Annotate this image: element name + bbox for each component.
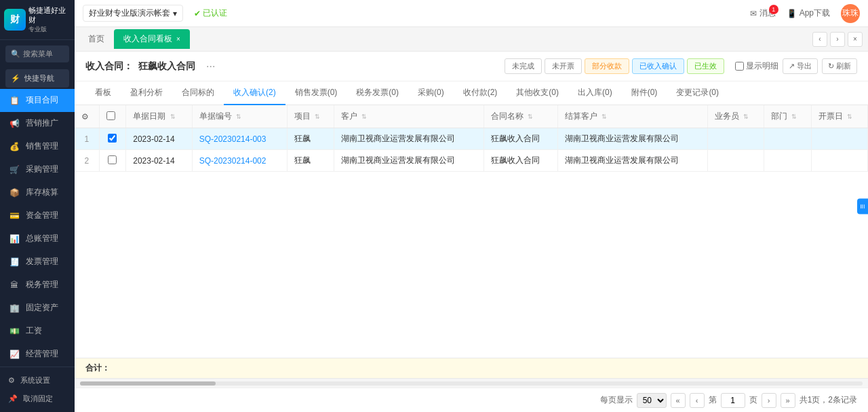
table-header: ⚙ 单据日期 ⇅ 单据编号 ⇅ (75, 105, 868, 128)
sidebar-item-payroll[interactable]: 💵 工资 (0, 320, 75, 343)
sort-icon-order-no: ⇅ (236, 113, 241, 120)
sidebar-item-management[interactable]: 📈 经营管理 (0, 343, 75, 366)
status-effective-button[interactable]: 已生效 (687, 58, 724, 74)
project-contract-icon: 📋 (8, 94, 20, 107)
right-panel-icon[interactable]: ≡ (858, 204, 867, 208)
home-tab[interactable]: 首页 (80, 29, 113, 49)
active-tab[interactable]: 收入合同看板 × (114, 29, 190, 49)
table-body: 1 2023-02-14 SQ-20230214-003 狂飙 湖南卫视商业运营… (75, 128, 868, 172)
row-2-department (764, 150, 811, 172)
status-uninvoiced-button[interactable]: 未开票 (545, 58, 582, 74)
sidebar-unpin-button[interactable]: 📌 取消固定 (0, 390, 75, 408)
sidebar-item-project-contract[interactable]: 📋 项目合同 (0, 89, 75, 112)
sales-icon: 💰 (8, 141, 20, 153)
sidebar: 财 畅捷通好业财 专业版 🔍 搜索菜单 ⚡ 快捷导航 📋 项目合同 📢 营销推广… (0, 0, 75, 412)
content-prefix: 收入合同： (85, 60, 133, 73)
export-button[interactable]: ↗ 导出 (783, 58, 818, 74)
sidebar-item-funds[interactable]: 💳 资金管理 (0, 204, 75, 227)
tab-inout-warehouse[interactable]: 出入库(0) (568, 81, 622, 105)
per-page-label: 每页显示 (600, 394, 633, 406)
sidebar-item-sales[interactable]: 💰 销售管理 (0, 135, 75, 158)
more-actions-button[interactable]: ··· (206, 60, 215, 73)
status-confirmed-button[interactable]: 已收入确认 (632, 58, 684, 74)
tab-other-receipts[interactable]: 其他收支(0) (507, 81, 568, 105)
tab-change-records[interactable]: 变更记录(0) (667, 81, 728, 105)
row-1-checkbox[interactable] (108, 134, 117, 143)
messages-button[interactable]: ✉ 1 消息 (750, 7, 776, 19)
scrollbar-track (80, 381, 863, 386)
col-date-header: 单据日期 ⇅ (126, 105, 192, 128)
status-unfinished-button[interactable]: 未完成 (505, 58, 542, 74)
tab-kanban[interactable]: 看板 (85, 81, 121, 105)
tab-revenue-confirm[interactable]: 收入确认(2) (224, 81, 285, 105)
tab-close-button[interactable]: × (176, 35, 180, 43)
marketing-icon: 📢 (8, 117, 20, 130)
scrollbar-thumb[interactable] (80, 381, 216, 386)
row-2-order-link[interactable]: SQ-20230214-002 (199, 156, 267, 166)
check-icon: ✔ (194, 9, 201, 18)
tab-next-button[interactable]: › (830, 32, 845, 47)
sidebar-item-fixed-assets[interactable]: 🏢 固定资产 (0, 297, 75, 320)
tab-attachments[interactable]: 附件(0) (622, 81, 667, 105)
row-2-contract-name: 狂飙收入合同 (484, 150, 558, 172)
tabbar-controls: ‹ › × (812, 32, 863, 47)
purchase-icon: 🛒 (8, 164, 20, 176)
content-title: 狂飙收入合同 (138, 60, 195, 73)
sort-icon-settle-customer: ⇅ (601, 113, 607, 120)
tab-prev-button[interactable]: ‹ (812, 32, 827, 47)
per-page-select[interactable]: 50 (637, 393, 667, 408)
col-settle-customer-header: 结算客户 ⇅ (557, 105, 707, 128)
table-row[interactable]: 2 2023-02-14 SQ-20230214-002 狂飙 湖南卫视商业运营… (75, 150, 868, 172)
show-fine-label: 显示明细 (735, 58, 778, 74)
horizontal-scrollbar[interactable] (75, 378, 868, 388)
ledger-icon: 📊 (8, 233, 20, 245)
sidebar-item-ledger[interactable]: 📊 总账管理 (0, 227, 75, 250)
settings-icon: ⚙ (8, 376, 15, 385)
refresh-button[interactable]: ↻ 刷新 (822, 58, 857, 74)
tabbar: 首页 收入合同看板 × ‹ › × (75, 27, 868, 52)
status-partial-payment-button[interactable]: 部分收款 (585, 58, 629, 74)
gear-icon[interactable]: ⚙ (81, 112, 89, 121)
row-1-salesman (707, 128, 764, 150)
quick-nav-button[interactable]: ⚡ 快捷导航 (5, 69, 69, 88)
sidebar-item-inventory[interactable]: 📦 库存核算 (0, 181, 75, 204)
search-menu-button[interactable]: 🔍 搜索菜单 (5, 45, 69, 62)
sidebar-item-tax[interactable]: 🏛 税务管理 (0, 274, 75, 297)
tab-sales-invoice[interactable]: 销售发票(0) (285, 81, 347, 105)
company-selector[interactable]: 好业财专业版演示帐套 ▾ (83, 5, 183, 22)
tab-tax-invoice[interactable]: 税务发票(0) (347, 81, 408, 105)
last-page-button[interactable]: » (781, 393, 795, 408)
row-2-checkbox[interactable] (108, 155, 117, 164)
export-icon: ↗ (789, 62, 795, 71)
prev-page-button[interactable]: ‹ (690, 393, 705, 408)
tab-profit-analysis[interactable]: 盈利分析 (121, 81, 172, 105)
first-page-button[interactable]: « (671, 393, 686, 408)
table-container: ⚙ 单据日期 ⇅ 单据编号 ⇅ (75, 105, 868, 358)
sidebar-item-invoice[interactable]: 🧾 发票管理 (0, 250, 75, 274)
row-1-checkbox-cell (99, 128, 126, 150)
message-icon: ✉ (750, 9, 757, 18)
row-2-customer: 湖南卫视商业运营发展有限公司 (334, 150, 484, 172)
sidebar-item-marketing[interactable]: 📢 营销推广 (0, 112, 75, 135)
status-buttons-group: 未完成 未开票 部分收款 已收入确认 已生效 (505, 58, 724, 74)
tab-close-all-button[interactable]: × (848, 32, 863, 47)
sort-icon-invoice-date: ⇅ (847, 113, 852, 120)
tab-contract-subject[interactable]: 合同标的 (172, 81, 224, 105)
show-fine-checkbox[interactable] (735, 62, 744, 71)
select-all-checkbox[interactable] (106, 111, 115, 120)
page-input[interactable] (721, 393, 745, 408)
inventory-icon: 📦 (8, 187, 20, 199)
sort-icon-salesman: ⇅ (743, 113, 749, 120)
next-page-button[interactable]: › (762, 393, 776, 408)
row-2-project: 狂飙 (287, 150, 334, 172)
sidebar-settings-button[interactable]: ⚙ 系统设置 (0, 371, 75, 390)
row-1-order-link[interactable]: SQ-20230214-003 (199, 134, 267, 144)
sidebar-item-purchase[interactable]: 🛒 采购管理 (0, 158, 75, 181)
col-settings: ⚙ (75, 105, 99, 128)
tab-payment[interactable]: 收付款(2) (454, 81, 507, 105)
app-download-button[interactable]: 📱 App下载 (787, 7, 830, 19)
user-avatar[interactable]: 珠珠 (841, 4, 860, 23)
col-customer-header: 客户 ⇅ (334, 105, 484, 128)
table-row[interactable]: 1 2023-02-14 SQ-20230214-003 狂飙 湖南卫视商业运营… (75, 128, 868, 150)
tab-purchase[interactable]: 采购(0) (408, 81, 454, 105)
